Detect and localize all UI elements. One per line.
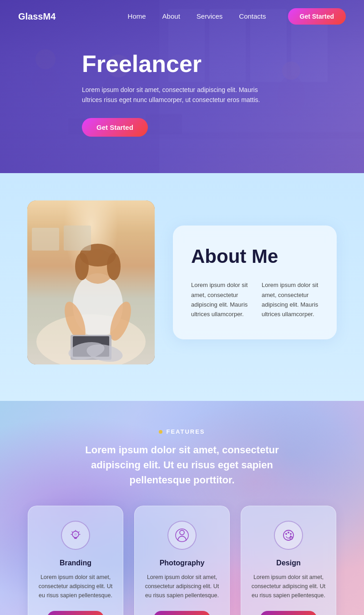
branding-desc: Lorem ipsum dolor sit amet, consectetur … <box>37 573 114 600</box>
design-cta-button[interactable]: Get Started <box>260 611 317 615</box>
nav-cta-button[interactable]: Get Started <box>288 8 346 25</box>
design-icon-wrap <box>274 521 303 550</box>
photography-title: Photography <box>144 559 220 567</box>
hero-subtitle: Lorem ipsum dolor sit amet, consectetur … <box>82 85 278 105</box>
feature-card-design: Design Lorem ipsum dolor sit amet, conse… <box>241 506 336 615</box>
about-text-col-2: Lorem ipsum dolor sit amet, consectetur … <box>262 280 318 319</box>
nav-contacts[interactable]: Contacts <box>239 12 266 20</box>
about-text-col-1: Lorem ipsum dolor sit amet, consectetur … <box>191 280 248 319</box>
svg-point-20 <box>107 253 121 280</box>
svg-point-30 <box>74 533 77 536</box>
palette-icon <box>281 528 296 543</box>
nav-about[interactable]: About <box>162 12 180 20</box>
about-photo <box>27 200 155 364</box>
svg-point-35 <box>288 532 289 533</box>
about-heading: About Me <box>191 246 318 267</box>
feature-card-branding: Branding Lorem ipsum dolor sit amet, con… <box>28 506 123 615</box>
svg-point-34 <box>285 533 287 535</box>
person-icon <box>175 528 189 543</box>
photography-desc: Lorem ipsum dolor sit amet, consectetur … <box>144 573 220 600</box>
features-label: FEATURES <box>23 428 341 435</box>
svg-point-32 <box>176 529 188 542</box>
branding-icon-wrap <box>61 521 90 550</box>
photography-cta-button[interactable]: Get Started <box>153 611 211 615</box>
feature-card-photography: Photography Lorem ipsum dolor sit amet, … <box>134 506 230 615</box>
svg-point-31 <box>180 530 184 535</box>
navbar: GlassM4 Home About Services Contacts Get… <box>0 0 364 33</box>
svg-point-36 <box>290 533 292 535</box>
photography-icon-wrap <box>167 521 197 550</box>
nav-links: Home About Services Contacts <box>128 12 266 20</box>
brand-logo: GlassM4 <box>18 11 56 22</box>
design-desc: Lorem ipsum dolor sit amet, consectetur … <box>250 573 327 600</box>
features-heading: Lorem ipsum dolor sit amet, consectetur … <box>64 442 300 487</box>
svg-point-38 <box>290 537 293 539</box>
svg-rect-27 <box>32 228 59 251</box>
features-label-dot <box>159 430 162 434</box>
about-photo-svg <box>27 200 155 364</box>
branding-cta-button[interactable]: Get Started <box>47 611 104 615</box>
about-text-columns: Lorem ipsum dolor sit amet, consectetur … <box>191 280 318 319</box>
svg-rect-28 <box>64 226 91 251</box>
nav-home[interactable]: Home <box>128 12 146 20</box>
about-card: About Me Lorem ipsum dolor sit amet, con… <box>173 226 337 339</box>
bulb-icon <box>68 528 83 543</box>
features-section: FEATURES Lorem ipsum dolor sit amet, con… <box>0 401 364 615</box>
hero-cta-button[interactable]: Get Started <box>82 118 148 137</box>
hero-content: Freelancer Lorem ipsum dolor sit amet, c… <box>82 50 278 137</box>
features-label-text: FEATURES <box>166 428 205 435</box>
branding-title: Branding <box>37 559 114 567</box>
features-cards: Branding Lorem ipsum dolor sit amet, con… <box>23 506 341 615</box>
nav-services[interactable]: Services <box>197 12 223 20</box>
features-content: FEATURES Lorem ipsum dolor sit amet, con… <box>23 428 341 487</box>
about-section: About Me Lorem ipsum dolor sit amet, con… <box>0 173 364 401</box>
svg-point-19 <box>75 253 89 280</box>
design-title: Design <box>250 559 327 567</box>
hero-title: Freelancer <box>82 50 278 77</box>
